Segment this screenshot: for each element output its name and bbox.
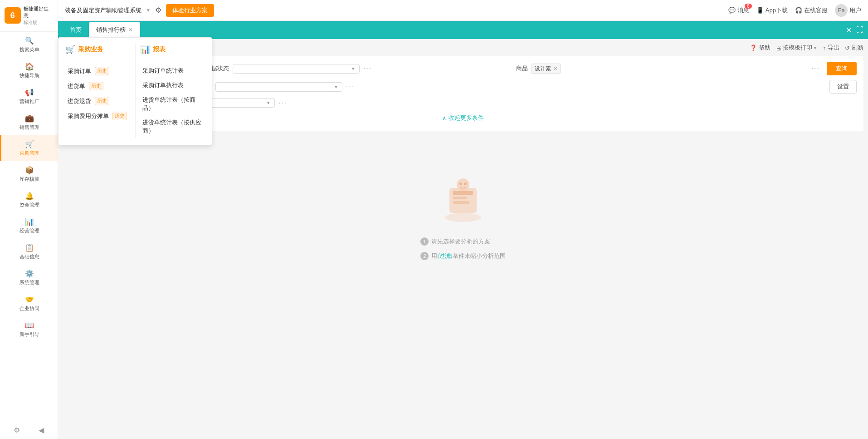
finance-icon: 🔔 (25, 192, 34, 200)
gear-icon[interactable]: ⚙ (155, 6, 161, 15)
tab-home[interactable]: 首页 (63, 22, 89, 38)
collapse-btn[interactable]: ∧ 收起更多条件 (442, 114, 484, 122)
sidebar-settings-btn[interactable]: ⚙ (14, 426, 20, 434)
system-icon: ⚙️ (25, 269, 34, 278)
sidebar-item-operations[interactable]: 📊 经营管理 (0, 213, 58, 239)
svg-rect-4 (453, 201, 469, 204)
sidebar-label-basic: 基础信息 (20, 253, 39, 260)
sidebar-item-quick-nav[interactable]: 🏠 快捷导航 (0, 58, 58, 84)
refresh-btn[interactable]: ↺ 刷新 (845, 44, 863, 52)
logo-text-group: 畅捷通好生意 标准版 (24, 5, 53, 26)
message-btn[interactable]: 💬 消息 6 (728, 6, 749, 15)
purchase-col-title: 🛒 采购业务 (65, 44, 131, 58)
svg-rect-2 (453, 191, 473, 195)
dropdown-item-inbound-return[interactable]: 进货退货 历史 (65, 94, 131, 109)
sidebar-item-enterprise[interactable]: 🤝 企业协同 (0, 291, 58, 316)
industry-btn[interactable]: 体验行业方案 (166, 4, 214, 17)
app-download-label: App下载 (766, 6, 788, 15)
sidebar-label-system: 系统管理 (20, 279, 39, 286)
svg-point-7 (464, 183, 467, 185)
tab-sales-rank[interactable]: 销售排行榜 ✕ (89, 22, 140, 38)
sidebar-label-sales: 销售管理 (20, 124, 39, 131)
sidebar-item-finance[interactable]: 🔔 资金管理 (0, 187, 58, 213)
dropdown-item-label-purchase-order: 采购订单 (68, 67, 91, 75)
report-col-icon: 📊 (140, 44, 150, 54)
goods-dots[interactable]: ··· (811, 64, 820, 73)
sidebar-label-purchase: 采购管理 (20, 150, 39, 157)
help-label: 帮助 (759, 44, 770, 52)
app-download-btn[interactable]: 📱 App下载 (756, 6, 788, 15)
goods-tag: 设计素 ✕ (532, 64, 561, 74)
sidebar-footer: ⚙ ◀ (0, 421, 58, 439)
sales-icon: 💼 (25, 114, 34, 123)
settings-button[interactable]: 设置 (829, 80, 857, 94)
purchase-dropdown-menu: 🛒 采购业务 采购订单 历史 进货单 历史 进货退货 历史 采购费用分摊单 (58, 37, 212, 145)
sidebar-label-finance: 资金管理 (20, 202, 39, 208)
logo-line1: 畅捷通好生意 (24, 5, 53, 20)
phone-icon: 📱 (756, 7, 764, 14)
report-col: 📊 报表 采购订单统计表 采购订单执行表 进货单统计表（按商品） 进货单统计表（… (140, 44, 205, 138)
dropdown-item-inbound-by-goods[interactable]: 进货单统计表（按商品） (140, 93, 205, 115)
svg-point-5 (457, 178, 469, 191)
empty-state: 1 请先选择要分析的方案 2 用[过滤]条件来缩小分析范围 (63, 136, 863, 298)
sidebar-item-marketing[interactable]: 📢 营销推广 (0, 84, 58, 109)
goods-tag-close-icon[interactable]: ✕ (553, 66, 557, 72)
tab-close-all-icon[interactable]: ✕ (846, 26, 852, 35)
dropdown-item-inbound[interactable]: 进货单 历史 (65, 79, 131, 94)
dropdown-item-order-exec[interactable]: 采购订单执行表 (140, 78, 205, 93)
dropdown-item-order-stats[interactable]: 采购订单统计表 (140, 64, 205, 78)
online-service-btn[interactable]: 🎧 在线客服 (795, 6, 828, 15)
tab-close-icon[interactable]: ✕ (128, 27, 133, 33)
dropdown-item-purchase-expense[interactable]: 采购费用分摊单 历史 (65, 109, 131, 123)
query-button[interactable]: 查询 (827, 62, 857, 75)
sidebar-item-system[interactable]: ⚙️ 系统管理 (0, 265, 58, 291)
svg-point-6 (459, 183, 462, 185)
topbar: 装备及固定资产辅助管理系统 ▼ ⚙ 体验行业方案 💬 消息 6 📱 App下载 … (58, 0, 868, 21)
operations-icon: 📊 (25, 217, 34, 226)
dropdown-item-purchase-order[interactable]: 采购订单 历史 (65, 64, 131, 79)
collapse-up-icon: ∧ (442, 115, 447, 122)
sidebar-item-basic[interactable]: 📋 基础信息 (0, 239, 58, 265)
dropdown-item-inbound-by-supplier[interactable]: 进货单统计表（按供应商） (140, 115, 205, 138)
print-btn[interactable]: 🖨 按模板打印 ▼ (776, 44, 818, 52)
goods-tag-text: 设计素 (535, 65, 551, 73)
sidebar-collapse-btn[interactable]: ◀ (39, 426, 44, 434)
message-icon: 💬 (728, 7, 736, 14)
voucher-status-select[interactable]: ▼ (233, 64, 360, 74)
voucher-status-arrow: ▼ (351, 66, 356, 71)
basic-icon: 📋 (25, 243, 34, 252)
svg-point-0 (445, 213, 481, 222)
sidebar-item-sales[interactable]: 💼 销售管理 (0, 109, 58, 135)
online-service-label: 在线客服 (804, 6, 828, 15)
sidebar-item-search[interactable]: 🔍 搜索菜单 (0, 32, 58, 58)
sidebar-item-guide[interactable]: 📖 新手引导 (0, 316, 58, 342)
tab-sales-rank-label: 销售排行榜 (96, 26, 126, 34)
sidebar-label-guide: 新手引导 (20, 331, 39, 338)
inventory-icon: 📦 (25, 166, 34, 174)
user-btn[interactable]: Ea 用户 (835, 4, 861, 17)
sidebar: 6 畅捷通好生意 标准版 🔍 搜索菜单 🏠 快捷导航 📢 营销推广 💼 (0, 0, 58, 439)
guide-icon: 📖 (25, 321, 34, 330)
salesperson-select[interactable]: ▼ (215, 82, 342, 92)
customer-dots[interactable]: ··· (278, 99, 287, 107)
report-col-label: 报表 (153, 45, 166, 54)
system-dropdown[interactable]: ▼ (146, 8, 151, 13)
export-btn[interactable]: ↑ 导出 (823, 44, 840, 52)
dropdown-item-label-order-exec: 采购订单执行表 (142, 81, 184, 89)
sidebar-item-inventory[interactable]: 📦 库存核算 (0, 161, 58, 187)
logo-line2: 标准版 (24, 20, 53, 26)
sidebar-nav: 🔍 搜索菜单 🏠 快捷导航 📢 营销推广 💼 销售管理 🛒 采购管理 📦 (0, 32, 58, 421)
voucher-status-filter: 单据状态 ▼ ··· (205, 64, 509, 74)
app-logo: 6 畅捷通好生意 标准版 (0, 0, 58, 32)
sidebar-label-inventory: 库存核算 (20, 176, 39, 183)
salesperson-dots[interactable]: ··· (346, 83, 355, 91)
voucher-status-dots[interactable]: ··· (363, 64, 372, 73)
refresh-label: 刷新 (852, 44, 863, 52)
tab-home-label: 首页 (70, 26, 82, 33)
dropdown-divider (135, 44, 136, 138)
help-btn[interactable]: ❓ 帮助 (750, 44, 770, 52)
sidebar-label-enterprise: 企业协同 (20, 305, 39, 312)
sidebar-item-purchase[interactable]: 🛒 采购管理 (0, 135, 58, 161)
tab-fullscreen-icon[interactable]: ⛶ (856, 26, 863, 34)
export-icon: ↑ (823, 44, 826, 51)
